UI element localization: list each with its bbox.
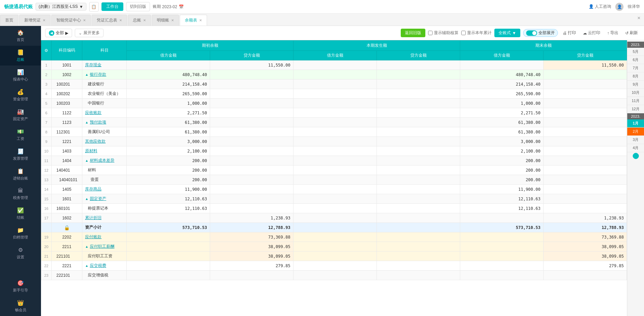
side-month-8[interactable]: 8月 <box>627 72 644 81</box>
account-name-link[interactable]: 材料成本差异 <box>90 158 114 163</box>
checkbox-year-input[interactable] <box>461 31 466 35</box>
close-all-tabs[interactable]: ✕ <box>637 16 641 20</box>
workbench-button[interactable]: 工作台 <box>101 2 123 11</box>
account-name[interactable]: ▲银行存款 <box>82 70 127 80</box>
side-month-5[interactable]: 5月 <box>627 48 644 56</box>
print-button[interactable]: 🖨 打印 <box>561 29 578 37</box>
account-name[interactable]: ▲预付款项 <box>82 118 127 127</box>
row-number: 1 <box>41 60 52 70</box>
sidebar-item-home[interactable]: 🏠 首页 <box>0 26 41 46</box>
expand-toggle[interactable] <box>526 30 537 36</box>
account-name[interactable]: 其他应收款 <box>82 137 127 146</box>
account-name[interactable]: 应付账款 <box>82 232 127 242</box>
period-calendar-icon: 📅 <box>179 4 184 9</box>
sidebar-item-settings[interactable]: ⚙ 设置 <box>0 243 41 263</box>
side-month-7[interactable]: 7月 <box>627 64 644 72</box>
account-name[interactable]: 应收账款 <box>82 108 127 118</box>
expand-arrow-icon[interactable]: ▲ <box>85 197 88 201</box>
company-selector[interactable]: (勿删）江西股至-LSS ▼ <box>36 3 86 11</box>
consult-button[interactable]: 👤 人工咨询 <box>589 4 611 10</box>
side-month-11[interactable]: 11月 <box>627 97 644 105</box>
side-month-2[interactable]: 2月 <box>627 128 644 136</box>
side-circle-1[interactable] <box>633 153 639 159</box>
account-name: 资产小计 <box>82 223 127 232</box>
tab-smart-voucher-close[interactable]: ✕ <box>83 18 86 22</box>
sidebar-item-tax[interactable]: 🏛 税务管理 <box>0 184 41 204</box>
tab-balance-close[interactable]: ✕ <box>199 18 202 22</box>
sc-end-cell <box>544 99 627 108</box>
cloud-print-button[interactable]: ☁ 云打印 <box>581 29 602 37</box>
tab-voucher-summary[interactable]: 凭证汇总表 ✕ <box>92 15 127 26</box>
expand-arrow-icon[interactable]: ▲ <box>85 245 88 248</box>
sc-end-cell <box>544 185 627 194</box>
sidebar-item-payroll[interactable]: 💵 工资 <box>0 125 41 145</box>
export-button[interactable]: ↑ 导出 <box>605 29 620 37</box>
account-name-link[interactable]: 银行存款 <box>90 72 106 77</box>
tab-home[interactable]: 首页 <box>0 15 18 26</box>
return-old-button[interactable]: 返回旧版 <box>401 29 425 37</box>
expand-arrow-icon[interactable]: ▲ <box>85 159 88 162</box>
sidebar-item-guide[interactable]: 🎯 新手引导 <box>0 276 41 296</box>
account-name-link[interactable]: 库存现金 <box>85 62 101 68</box>
account-name[interactable]: ▲固定资产 <box>82 194 127 204</box>
account-name-link[interactable]: 应付职工薪酬 <box>90 244 114 249</box>
checkbox-aux-input[interactable] <box>428 31 433 35</box>
account-name[interactable]: ▲应交税费 <box>82 261 127 271</box>
account-name[interactable]: 原材料 <box>82 146 127 156</box>
sidebar-item-archive[interactable]: 📁 归档管理 <box>0 224 41 243</box>
account-name[interactable]: 库存商品 <box>82 185 127 194</box>
side-month-1[interactable]: 1月 <box>627 119 644 128</box>
expand-arrow-icon[interactable]: ▲ <box>85 120 88 124</box>
account-name-link[interactable]: 固定资产 <box>90 196 106 202</box>
account-name-link[interactable]: 应收账款 <box>85 110 101 116</box>
sidebar-item-ledger[interactable]: 📒 总账 <box>0 46 41 66</box>
account-name[interactable]: 累计折旧 <box>82 213 127 223</box>
account-name[interactable]: ▲材料成本差异 <box>82 156 127 166</box>
side-month-12[interactable]: 12月 <box>627 105 644 113</box>
refresh-button[interactable]: ↺ 刷新 <box>623 29 640 37</box>
expand-arrow-icon[interactable]: ▲ <box>85 264 88 268</box>
account-name-link[interactable]: 库存商品 <box>85 186 101 192</box>
sidebar-item-member[interactable]: 👑 畅会员 <box>0 296 41 316</box>
expand-button[interactable]: ⌄ 展开更多 <box>75 29 104 37</box>
sidebar-label-close: 结账 <box>17 215 24 220</box>
tab-voucher-summary-close[interactable]: ✕ <box>119 18 122 22</box>
side-month-3[interactable]: 3月 <box>627 136 644 144</box>
sidebar-item-reports[interactable]: 📊 报表中心 <box>0 66 41 85</box>
side-month-10[interactable]: 10月 <box>627 89 644 97</box>
sidebar-item-assets[interactable]: 🏭 固定资产 <box>0 105 41 125</box>
checkbox-year-label: 显示本年累计 <box>467 30 492 36</box>
side-month-9[interactable]: 9月 <box>627 81 644 89</box>
tab-ledger-close[interactable]: ✕ <box>143 18 146 22</box>
format-button[interactable]: 全账式 ▼ <box>494 29 520 37</box>
tab-ledger[interactable]: 总账 ✕ <box>128 15 151 26</box>
account-name-link[interactable]: 原材料 <box>85 148 97 154</box>
side-month-6[interactable]: 6月 <box>627 56 644 64</box>
sidebar-item-trade[interactable]: 📋 进销台账 <box>0 164 41 184</box>
sidebar-item-close[interactable]: ✅ 结账 <box>0 204 41 224</box>
account-name[interactable]: ▲应付职工薪酬 <box>82 242 127 252</box>
expand-arrow-icon[interactable]: ▲ <box>85 73 88 76</box>
sidebar-item-funds[interactable]: 💰 资金管理 <box>0 85 41 105</box>
account-name-link[interactable]: 应付账款 <box>85 234 101 240</box>
tab-smart-voucher[interactable]: 智能凭证中心 ✕ <box>51 15 91 26</box>
tab-new-voucher[interactable]: 新增凭证 ✕ <box>19 15 51 26</box>
tab-detail-close[interactable]: ✕ <box>171 18 174 22</box>
guide-icon: 🎯 <box>17 280 24 286</box>
sidebar-item-invoice[interactable]: 🧾 发票管理 <box>0 145 41 164</box>
checkbox-aux[interactable]: 显示辅助核算 <box>428 30 458 36</box>
side-month-4[interactable]: 4月 <box>627 144 644 152</box>
tab-balance[interactable]: 余额表 ✕ <box>180 15 207 26</box>
tab-new-voucher-close[interactable]: ✕ <box>43 18 45 22</box>
account-name-link[interactable]: 预付款项 <box>90 119 106 125</box>
account-name-link[interactable]: 累计折旧 <box>85 215 101 221</box>
account-name-link[interactable]: 应交税费 <box>90 263 106 269</box>
account-name-link[interactable]: 其他应收款 <box>85 139 106 144</box>
checkbox-year[interactable]: 显示本年累计 <box>461 30 492 36</box>
filter-button[interactable]: ◀ 全部 ▶ <box>45 29 72 37</box>
old-version-button[interactable]: 切到旧版 <box>126 2 150 11</box>
account-name[interactable]: 库存现金 <box>82 60 127 70</box>
tab-detail[interactable]: 明细账 ✕ <box>152 15 179 26</box>
sd-cur-cell <box>293 127 377 137</box>
company-icon-btn[interactable]: 📋 <box>89 2 99 12</box>
